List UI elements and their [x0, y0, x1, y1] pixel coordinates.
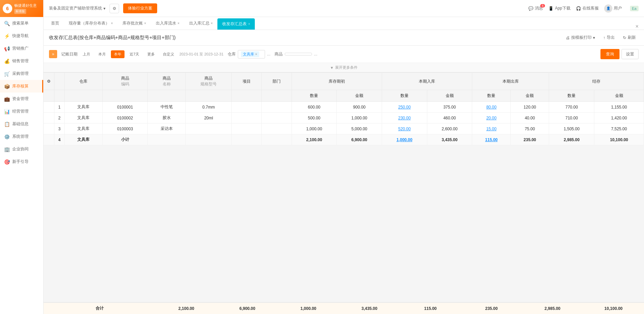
settings-button[interactable]: 设置	[622, 49, 639, 59]
app-download-button[interactable]: 📱 App下载	[548, 5, 570, 11]
print-button[interactable]: 🖨 按模板打印 ▾	[563, 33, 598, 42]
inventory-icon: 📦	[4, 84, 10, 89]
system-title-dropdown[interactable]: 装备及固定资产辅助管理系统 ▾	[49, 5, 105, 11]
row-out-qty[interactable]: 15.00	[472, 123, 511, 134]
refresh-button[interactable]: ↻ 刷新	[620, 33, 639, 42]
table-subheader-in-qty: 数量	[382, 90, 427, 102]
row-in-qty[interactable]: 520.00	[382, 123, 427, 134]
warehouse-more-dots[interactable]: ...	[267, 52, 270, 56]
expand-more-button[interactable]: ▼ 展开更多条件	[330, 65, 358, 70]
expand-more-bar: ▼ 展开更多条件	[44, 63, 644, 72]
warehouse-tag-container[interactable]: 文具库 ×	[238, 50, 265, 59]
user-button[interactable]: 👤 用户	[604, 4, 622, 13]
sidebar-item-operations[interactable]: 📊 经营管理	[0, 105, 43, 118]
sidebar-item-label: 经营管理	[12, 109, 29, 114]
warehouse-tag-close[interactable]: ×	[255, 52, 257, 56]
chevron-down-icon: ▾	[593, 35, 595, 40]
export-button[interactable]: ↑ 导出	[600, 33, 617, 42]
goods-filter-group: 商品 ...	[275, 51, 317, 57]
data-table: ⚙ 仓库 商品编码 商品名称 商品规格型号 项目 部门 库存期初 本期入库 本期…	[44, 72, 644, 145]
row-open-qty: 1,000.00	[292, 123, 337, 134]
tab-home-label: 首页	[51, 20, 59, 26]
date-this-year[interactable]: 本年	[111, 50, 125, 58]
date-7days[interactable]: 近7天	[127, 50, 142, 58]
row-open-amt: 1,000.00	[337, 113, 382, 123]
row-name: 采访本	[148, 123, 186, 134]
tab-inout-summary[interactable]: 出入库汇总 ×	[184, 18, 218, 30]
sidebar-item-new-guide[interactable]: 🎯 新手引导	[0, 155, 43, 168]
table-col-settings[interactable]: ⚙	[44, 73, 54, 90]
sidebar-item-search[interactable]: 🔍 搜索菜单	[0, 17, 43, 30]
tab-flow[interactable]: 出入库流水 ×	[151, 18, 184, 30]
row-no: 3	[54, 123, 65, 134]
row-out-qty[interactable]: 80.00	[472, 102, 511, 113]
tab-close-icon[interactable]: ×	[111, 21, 113, 25]
date-filter-group: 记账日期 上月 本月 本年 近7天 更多 自定义 2023-01-01 至 20…	[61, 50, 224, 58]
enterprise-icon: 🏢	[4, 147, 10, 152]
sidebar-item-purchase[interactable]: 🛒 采购管理	[0, 67, 43, 80]
row-in-qty[interactable]: 230.00	[382, 113, 427, 123]
warehouse-filter-group: 仓库 文具库 × ...	[228, 50, 270, 59]
query-button[interactable]: 查询	[600, 49, 620, 59]
date-custom[interactable]: 自定义	[160, 50, 177, 58]
row-bal-amt: 1,420.00	[594, 113, 644, 123]
refresh-label: 刷新	[628, 35, 636, 40]
tab-label: 收发存汇总表	[222, 21, 247, 27]
tab-home[interactable]: 首页	[46, 18, 64, 30]
row-name: 胶水	[148, 113, 186, 123]
footer-in-amt: 3,435.00	[339, 306, 400, 311]
row-dept	[262, 113, 292, 123]
row-spec: 20ml	[186, 113, 232, 123]
subtotal-out-qty[interactable]: 115.00	[472, 134, 511, 145]
sidebar-item-quick-nav[interactable]: ⚡ 快捷导航	[0, 30, 43, 42]
goods-filter-label: 商品	[275, 51, 283, 57]
sidebar-item-basic-info[interactable]: 📋 基础信息	[0, 118, 43, 130]
subtotal-in-qty[interactable]: 1,000.00	[382, 134, 427, 145]
date-last-month[interactable]: 上月	[80, 50, 93, 58]
filter-expand-button[interactable]: »	[49, 50, 57, 58]
trial-button[interactable]: 体验行业方案	[123, 3, 157, 13]
tab-close-icon[interactable]: ×	[211, 21, 213, 25]
row-project	[232, 113, 262, 123]
row-in-amt: 2,600.00	[427, 123, 472, 134]
column-settings-icon[interactable]: ⚙	[47, 79, 51, 84]
tab-inventory-dist[interactable]: 现存量（库存分布表） ×	[64, 18, 118, 30]
sidebar-item-enterprise[interactable]: 🏢 企业协同	[0, 143, 43, 155]
row-bal-amt: 7,525.00	[594, 123, 644, 134]
sidebar-item-finance[interactable]: 💼 资金管理	[0, 93, 43, 105]
user-tag: Ea	[630, 6, 639, 11]
tab-batch[interactable]: 库存批次账 ×	[118, 18, 151, 30]
date-this-month[interactable]: 本月	[95, 50, 109, 58]
subtotal-open-amt: 6,900.00	[337, 134, 382, 145]
message-button[interactable]: 💬 消息 6	[528, 5, 543, 11]
sidebar-item-inventory[interactable]: 📦 库存核算	[0, 80, 43, 93]
sidebar-item-label: 快捷导航	[12, 33, 29, 39]
row-in-qty[interactable]: 250.00	[382, 102, 427, 113]
close-all-tabs-button[interactable]: ×	[633, 23, 641, 30]
row-out-amt: 40.00	[511, 113, 549, 123]
online-service-button[interactable]: 🎧 在线客服	[576, 5, 599, 11]
subtotal-label: 小计	[102, 134, 148, 145]
date-more[interactable]: 更多	[144, 50, 158, 58]
tab-close-icon[interactable]: ×	[178, 21, 180, 25]
goods-more-dots[interactable]: ...	[314, 52, 317, 56]
table-header-balance: 结存	[549, 73, 644, 90]
table-header-name: 商品名称	[148, 73, 186, 90]
main-content: 收发存汇总表(按仓库+商品编码+商品+规格型号+项目+部门) 🖨 按模板打印 ▾…	[44, 30, 644, 314]
sidebar-item-marketing[interactable]: 📢 营销推广	[0, 42, 43, 55]
settings-button[interactable]: ⚙	[110, 4, 119, 13]
row-out-qty[interactable]: 20.00	[472, 113, 511, 123]
sidebar-item-sales[interactable]: 💰 销售管理	[0, 55, 43, 67]
online-service-label: 在线客服	[582, 5, 599, 11]
table-subheader-out-amt: 金额	[511, 90, 549, 102]
tab-close-icon[interactable]: ×	[248, 22, 250, 26]
table-subheader-bal-amt: 金额	[594, 90, 644, 102]
tab-receive-summary[interactable]: 收发存汇总表 ×	[217, 18, 255, 30]
goods-input[interactable]	[285, 53, 312, 55]
sidebar-item-system[interactable]: ⚙️ 系统管理	[0, 130, 43, 143]
sidebar-item-label: 资金管理	[12, 96, 29, 102]
tab-close-icon[interactable]: ×	[144, 21, 146, 25]
footer-open-amt: 6,900.00	[217, 306, 278, 311]
tabbar: 首页 现存量（库存分布表） × 库存批次账 × 出入库流水 × 出入库汇总 × …	[44, 17, 644, 30]
sales-icon: 💰	[4, 59, 10, 64]
